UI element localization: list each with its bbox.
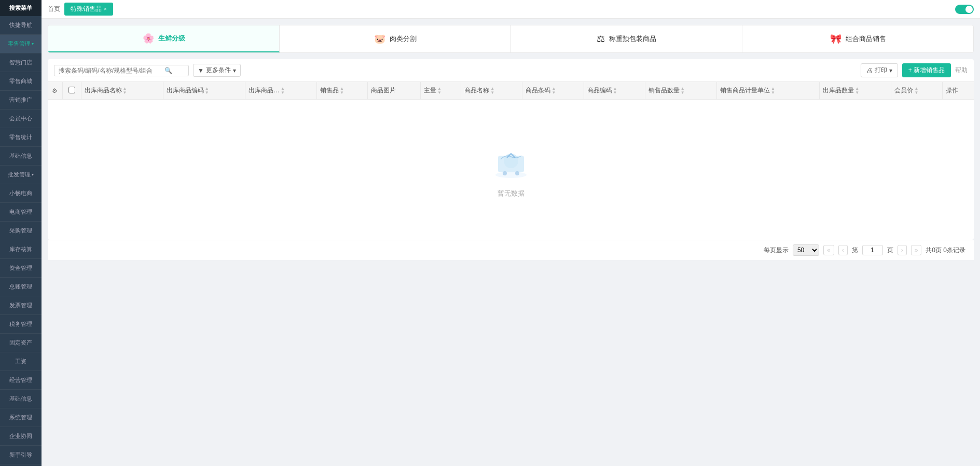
sort-outitem[interactable]: 出库商品… ▲▼ <box>249 86 285 95</box>
sidebar-item-gudingzichan[interactable]: 固定资产 <box>0 334 42 352</box>
cat-tab-weight-label: 称重预包装商品 <box>609 34 656 44</box>
search-input[interactable] <box>59 67 162 74</box>
sort-outcode[interactable]: 出库商品编码 ▲▼ <box>167 86 209 95</box>
search-box[interactable]: 🔍 <box>54 65 189 76</box>
th-unit: 销售商品计量单位 ▲▼ <box>716 82 819 100</box>
last-page-button[interactable]: » <box>911 245 922 255</box>
sort-arrows-unit: ▲▼ <box>771 87 775 95</box>
sidebar-item-huiyuan[interactable]: 会员中心 <box>0 109 42 128</box>
sidebar-item-tongji[interactable]: 零售统计 <box>0 128 42 147</box>
weight-icon: ⚖ <box>597 33 605 45</box>
filter-button[interactable]: ▼ 更多条件 ▾ <box>193 64 241 77</box>
sidebar-item-lingshei[interactable]: 零售管理 ▾ <box>0 35 42 53</box>
sidebar-item-jingying[interactable]: 经营管理 <box>0 371 42 390</box>
sidebar-item-yingxiao[interactable]: 营销推广 <box>0 91 42 109</box>
sort-mainqty[interactable]: 主量 ▲▼ <box>424 86 441 95</box>
sidebar-item-jichuxinxi1[interactable]: 基础信息 <box>0 147 42 166</box>
th-mainqty: 主量 ▲▼ <box>420 82 461 100</box>
th-outcode: 出库商品编码 ▲▼ <box>163 82 245 100</box>
sort-unit[interactable]: 销售商品计量单位 ▲▼ <box>720 86 775 95</box>
sort-arrows-outitem: ▲▼ <box>281 87 285 95</box>
main-content: 首页 特殊销售品 × 🌸 生鲜分级 🐷 肉类分割 ⚖ 称重预包装商品 <box>42 0 980 466</box>
sidebar-item-dianshangguan[interactable]: 电商管理 <box>0 203 42 222</box>
sort-memberprice[interactable]: 会员价 ▲▼ <box>894 86 918 95</box>
prev-page-button[interactable]: ‹ <box>838 245 848 255</box>
sidebar-item-jichuxinxi2[interactable]: 基础信息 <box>0 390 42 408</box>
search-icon[interactable]: 🔍 <box>164 67 172 74</box>
cat-tab-combo[interactable]: 🎀 组合商品销售 <box>742 25 973 52</box>
th-prodcode-label: 商品编码 <box>587 86 612 95</box>
next-page-button[interactable]: › <box>898 245 907 255</box>
sort-salesqty[interactable]: 销售品数量 ▲▼ <box>648 86 685 95</box>
cat-tab-weight[interactable]: ⚖ 称重预包装商品 <box>511 25 742 52</box>
sort-outqty[interactable]: 出库品数量 ▲▼ <box>823 86 859 95</box>
sort-arrows-prodcode: ▲▼ <box>613 87 617 95</box>
sidebar-item-kuaijie[interactable]: 快捷导航 <box>0 16 42 35</box>
th-salesqty: 销售品数量 ▲▼ <box>645 82 716 100</box>
data-table-container: ⚙ 出库商品名称 ▲▼ 出库商品编码 ▲▼ <box>48 82 974 240</box>
sort-prodname[interactable]: 商品名称 ▲▼ <box>464 86 494 95</box>
sidebar-item-fapiao[interactable]: 发票管理 <box>0 296 42 315</box>
empty-illustration <box>490 141 532 183</box>
sidebar-item-xinshou[interactable]: 新手引导 <box>0 446 42 464</box>
pagination-bar: 每页显示 50 10 20 100 « ‹ 第 页 › » 共0页 0条记录 <box>48 240 974 260</box>
sidebar-item-shuiwu[interactable]: 税务管理 <box>0 315 42 334</box>
sidebar-item-kucun[interactable]: 库存核算 <box>0 240 42 259</box>
th-outqty: 出库品数量 ▲▼ <box>820 82 891 100</box>
toolbar-right: 🖨 打印 ▾ + 新增销售品 帮助 <box>861 63 968 77</box>
th-checkbox[interactable] <box>62 82 81 100</box>
sort-barcode[interactable]: 商品条码 ▲▼ <box>526 86 556 95</box>
sort-salesprod[interactable]: 销售品 ▲▼ <box>320 86 344 95</box>
cat-tab-fresh[interactable]: 🌸 生鲜分级 <box>48 25 280 52</box>
filter-arrow: ▾ <box>233 67 236 74</box>
active-tab[interactable]: 特殊销售品 × <box>64 3 113 16</box>
sidebar-item-xiaochangdianshang[interactable]: 小畅电商 <box>0 184 42 203</box>
print-button[interactable]: 🖨 打印 ▾ <box>861 63 898 77</box>
sidebar-item-pifa[interactable]: 批发管理 ▾ <box>0 166 42 184</box>
topbar-right <box>955 5 974 14</box>
cat-tab-meat[interactable]: 🐷 肉类分割 <box>280 25 511 52</box>
sidebar-item-zhangmu[interactable]: 总账管理 <box>0 278 42 296</box>
page-label: 第 <box>852 246 858 255</box>
sidebar-logo[interactable]: 搜索菜单 <box>0 0 42 16</box>
cat-tab-meat-label: 肉类分割 <box>390 34 417 44</box>
th-prodname-label: 商品名称 <box>464 86 489 95</box>
filter-label: 更多条件 <box>206 66 231 75</box>
sidebar-item-caigou[interactable]: 采购管理 <box>0 222 42 240</box>
category-tabs: 🌸 生鲜分级 🐷 肉类分割 ⚖ 称重预包装商品 🎀 组合商品销售 <box>48 25 974 53</box>
sort-arrows-salesqty: ▲▼ <box>681 87 685 95</box>
first-page-button[interactable]: « <box>823 245 834 255</box>
sidebar-item-zijin[interactable]: 资金管理 <box>0 259 42 278</box>
select-all-checkbox[interactable] <box>68 87 75 93</box>
th-settings[interactable]: ⚙ <box>48 82 62 100</box>
th-barcode: 商品条码 ▲▼ <box>522 82 584 100</box>
topbar-home[interactable]: 首页 <box>48 5 60 13</box>
sidebar-item-qiye[interactable]: 企业协同 <box>0 427 42 446</box>
help-button[interactable]: 帮助 <box>955 66 968 75</box>
per-page-select[interactable]: 50 10 20 100 <box>793 244 819 256</box>
toggle-switch[interactable] <box>955 5 974 14</box>
sidebar-item-zhihui[interactable]: 智慧门店 <box>0 53 42 72</box>
sort-arrows-salesprod: ▲▼ <box>340 87 344 95</box>
th-outname: 出库商品名称 ▲▼ <box>81 82 163 100</box>
page-unit: 页 <box>887 246 893 255</box>
sidebar-item-xitong[interactable]: 系统管理 <box>0 408 42 427</box>
tab-label: 特殊销售品 <box>71 5 102 13</box>
sort-outname[interactable]: 出库商品名称 ▲▼ <box>85 86 127 95</box>
total-info: 共0页 0条记录 <box>926 246 965 255</box>
th-memberprice-label: 会员价 <box>894 86 913 95</box>
sidebar-item-gongzi[interactable]: 工资 <box>0 352 42 371</box>
meat-icon: 🐷 <box>374 33 385 45</box>
th-salesprod-label: 销售品 <box>320 86 339 95</box>
sort-prodcode[interactable]: 商品编码 ▲▼ <box>587 86 617 95</box>
page-number-input[interactable] <box>862 245 883 255</box>
add-button[interactable]: + 新增销售品 <box>902 63 951 77</box>
close-icon[interactable]: × <box>104 6 107 12</box>
sidebar-item-shangcheng[interactable]: 零售商城 <box>0 72 42 91</box>
th-salesprod: 销售品 ▲▼ <box>317 82 368 100</box>
cat-tab-fresh-label: 生鲜分级 <box>158 34 185 43</box>
print-icon: 🖨 <box>866 67 873 74</box>
print-arrow: ▾ <box>889 67 892 74</box>
th-img: 商品图片 <box>368 82 421 100</box>
svg-point-3 <box>503 171 507 175</box>
